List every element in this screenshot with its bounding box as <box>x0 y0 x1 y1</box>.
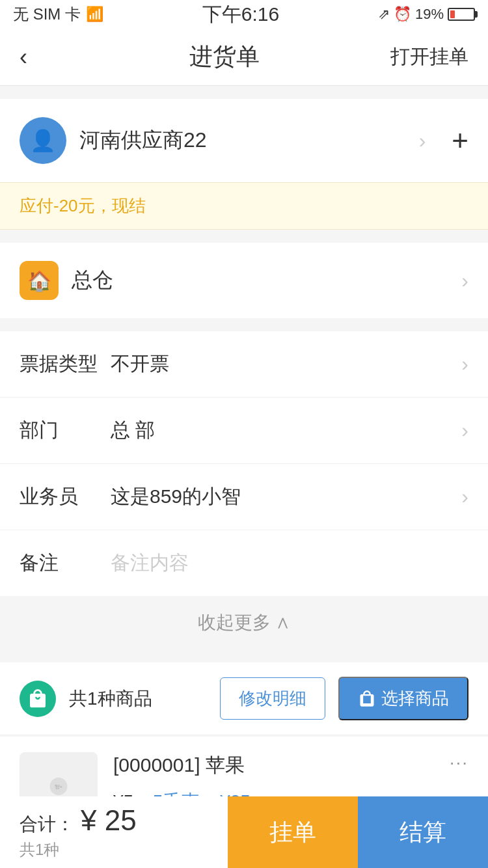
back-button[interactable]: ‹ <box>20 44 59 71</box>
staff-arrow-icon: › <box>461 485 468 509</box>
invoice-arrow-icon: › <box>461 352 468 376</box>
location-icon: ⇗ <box>378 6 390 23</box>
supplier-row[interactable]: 👤 河南供应商22 › + <box>0 99 488 182</box>
supplier-notice: 应付-20元，现结 <box>0 182 488 230</box>
select-product-label: 选择商品 <box>381 687 449 710</box>
supplier-name: 河南供应商22 <box>79 126 419 155</box>
remark-row[interactable]: 备注 备注内容 <box>0 530 488 596</box>
nav-bar: ‹ 进货单 打开挂单 <box>0 29 488 86</box>
alarm-icon: ⏰ <box>394 6 411 23</box>
footer-total-row: 合计： ¥ 25 <box>20 804 228 837</box>
shopping-bag-icon <box>27 688 48 709</box>
supplier-avatar: 👤 <box>20 117 66 164</box>
add-supplier-button[interactable]: + <box>452 126 468 155</box>
warehouse-card: 🏠 总仓 › <box>0 243 488 318</box>
remark-label: 备注 <box>20 550 98 576</box>
product-name: [0000001] 苹果 <box>113 752 450 779</box>
battery-percent: 19% <box>415 6 444 23</box>
page-title: 进货单 <box>189 41 260 73</box>
total-amount: ¥ 25 <box>81 804 137 837</box>
status-left: 无 SIM 卡 📶 <box>13 4 103 25</box>
gap-1 <box>0 86 488 99</box>
status-right: ⇗ ⏰ 19% <box>378 6 475 23</box>
form-card: 票据类型 不开票 › 部门 总 部 › 业务员 这是859的小智 › 备注 备注… <box>0 331 488 596</box>
invoice-type-row[interactable]: 票据类型 不开票 › <box>0 331 488 398</box>
battery-icon <box>448 8 475 21</box>
warehouse-icon: 🏠 <box>20 261 59 300</box>
gap-4 <box>0 649 488 662</box>
status-time: 下午6:16 <box>202 1 279 28</box>
remark-input[interactable]: 备注内容 <box>111 550 468 576</box>
avatar-icon: 👤 <box>30 128 56 153</box>
dept-row[interactable]: 部门 总 部 › <box>0 398 488 464</box>
total-label: 合计： <box>20 812 74 837</box>
invoice-type-label: 票据类型 <box>20 351 98 377</box>
staff-row[interactable]: 业务员 这是859的小智 › <box>0 464 488 530</box>
status-bar: 无 SIM 卡 📶 下午6:16 ⇗ ⏰ 19% <box>0 0 488 29</box>
svg-text:智+: 智+ <box>55 784 63 790</box>
footer-total: 合计： ¥ 25 共1种 <box>0 796 228 868</box>
staff-value: 这是859的小智 <box>111 483 461 510</box>
collapse-bar[interactable]: 收起更多 ∧ <box>0 596 488 649</box>
product-count-label: 共1种商品 <box>69 686 220 711</box>
content: 👤 河南供应商22 › + 应付-20元，现结 🏠 总仓 › 票据类型 不开票 … <box>0 86 488 868</box>
wifi-icon: 📶 <box>86 6 103 23</box>
dept-label: 部门 <box>20 417 98 444</box>
warehouse-row[interactable]: 🏠 总仓 › <box>0 243 488 318</box>
supplier-arrow-icon: › <box>419 129 426 153</box>
product-more-button[interactable]: ··· <box>450 752 468 773</box>
warehouse-name: 总仓 <box>72 266 461 295</box>
product-count-icon <box>20 681 56 717</box>
total-count: 共1种 <box>20 839 228 860</box>
gap-2 <box>0 230 488 243</box>
hang-button[interactable]: 挂单 <box>228 796 358 868</box>
warehouse-arrow-icon: › <box>461 269 468 293</box>
invoice-type-value: 不开票 <box>111 351 461 377</box>
battery-fill <box>450 10 455 18</box>
open-pending-button[interactable]: 打开挂单 <box>390 44 468 70</box>
carrier-label: 无 SIM 卡 <box>13 4 81 25</box>
cart-icon <box>358 690 376 708</box>
dept-arrow-icon: › <box>461 418 468 442</box>
checkout-button[interactable]: 结算 <box>358 796 488 868</box>
product-header: 共1种商品 修改明细 选择商品 <box>0 662 488 735</box>
dept-value: 总 部 <box>111 417 461 444</box>
select-product-button[interactable]: 选择商品 <box>338 677 468 720</box>
supplier-card: 👤 河南供应商22 › + 应付-20元，现结 <box>0 99 488 230</box>
footer: 合计： ¥ 25 共1种 挂单 结算 <box>0 796 488 868</box>
staff-label: 业务员 <box>20 483 98 510</box>
gap-3 <box>0 318 488 331</box>
modify-detail-button[interactable]: 修改明细 <box>220 677 325 720</box>
